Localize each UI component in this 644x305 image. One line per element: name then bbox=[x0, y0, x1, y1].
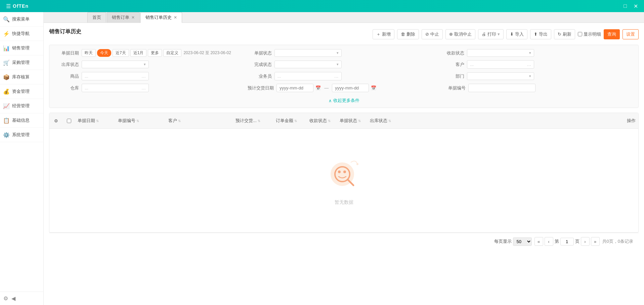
delivery-date-end[interactable] bbox=[332, 84, 369, 92]
refresh-button[interactable]: ↻ 刷新 bbox=[554, 29, 575, 39]
date-btn-last7[interactable]: 近7天 bbox=[113, 49, 129, 57]
tab-sales-order-close[interactable]: ✕ bbox=[131, 15, 135, 20]
date-btn-last1month[interactable]: 近1月 bbox=[130, 49, 147, 57]
th-date-sort[interactable]: ⇅ bbox=[96, 119, 99, 123]
salesperson-dots: … bbox=[334, 74, 339, 79]
delivery-date-start[interactable] bbox=[276, 84, 313, 92]
th-delivery: 预计交货... ⇅ bbox=[233, 116, 273, 126]
sys-mgmt-icon: ⚙️ bbox=[3, 132, 9, 138]
tab-sales-order-history[interactable]: 销售订单历史 ✕ bbox=[140, 12, 182, 23]
salesperson-select[interactable]: ... … bbox=[274, 72, 342, 80]
sidebar-item-basic-info[interactable]: 📋 基础信息 bbox=[0, 113, 43, 128]
th-payment-status-label: 收款状态 bbox=[309, 118, 327, 124]
export-button[interactable]: ⬆ 导出 bbox=[530, 29, 551, 39]
sidebar-item-purchase-mgmt[interactable]: 🛒 采购管理 bbox=[0, 55, 43, 70]
date-btn-today[interactable]: 今天 bbox=[97, 49, 111, 57]
page-next-button[interactable]: › bbox=[581, 237, 590, 246]
tab-home-label: 首页 bbox=[92, 14, 101, 21]
th-doc-status-label: 单据状态 bbox=[340, 118, 357, 124]
query-button[interactable]: 查询 bbox=[604, 29, 620, 39]
add-button[interactable]: ＋ 新增 bbox=[373, 29, 394, 39]
menu-icon[interactable]: ☰ bbox=[4, 3, 13, 9]
th-customer-sort[interactable]: ⇅ bbox=[178, 119, 181, 123]
th-action-label: 操作 bbox=[627, 118, 636, 124]
customer-select[interactable]: ... … bbox=[467, 60, 534, 69]
svg-point-3 bbox=[338, 170, 341, 173]
dept-select[interactable]: ▾ bbox=[467, 72, 534, 80]
collapse-button[interactable]: ∧ 收起更多条件 bbox=[329, 96, 359, 104]
th-doc-status-sort[interactable]: ⇅ bbox=[358, 119, 361, 123]
sidebar-collapse-icon[interactable]: ◀ bbox=[11, 295, 15, 302]
warehouse-select[interactable]: ... … bbox=[82, 84, 149, 92]
cal-icon-end[interactable]: 📅 bbox=[371, 85, 376, 90]
warehouse-control: ... … bbox=[82, 84, 246, 92]
stop-icon: ⊘ bbox=[425, 32, 429, 37]
sales-mgmt-icon: 📊 bbox=[3, 45, 9, 51]
tab-sales-order-history-close[interactable]: ✕ bbox=[174, 15, 177, 20]
sidebar-item-inventory[interactable]: 📦 库存核算 bbox=[0, 70, 43, 84]
cancel-stop-label: 取消中止 bbox=[454, 31, 472, 37]
import-button[interactable]: ⬇ 导入 bbox=[506, 29, 527, 39]
date-btn-more[interactable]: 更多 bbox=[148, 49, 162, 57]
delete-button[interactable]: 🗑 删除 bbox=[397, 29, 419, 39]
tab-home[interactable]: 首页 bbox=[87, 12, 106, 23]
doc-status-select[interactable]: ▾ bbox=[274, 49, 342, 57]
page-first-button[interactable]: « bbox=[534, 237, 543, 246]
page-last-button[interactable]: » bbox=[591, 237, 600, 246]
th-num-label: 单据编号 bbox=[118, 118, 135, 124]
th-num-sort[interactable]: ⇅ bbox=[136, 119, 139, 123]
pagination: 每页显示 50 10 20 100 « ‹ 第 bbox=[49, 233, 639, 250]
th-payment-status-sort[interactable]: ⇅ bbox=[328, 119, 331, 123]
close-button[interactable]: ✕ bbox=[632, 2, 640, 10]
collapse-up-icon: ∧ bbox=[329, 98, 332, 103]
complete-status-select[interactable]: ▾ bbox=[274, 61, 342, 68]
date-btn-custom[interactable]: 自定义 bbox=[163, 49, 181, 57]
sidebar-item-sales-mgmt[interactable]: 📊 销售管理 bbox=[0, 41, 43, 55]
sidebar-item-quick-nav[interactable]: ⚡ 快捷导航 bbox=[0, 27, 43, 41]
th-date: 单据日期 ⇅ bbox=[75, 116, 115, 126]
doc-no-label: 单据编号 bbox=[441, 85, 468, 91]
filter-section: 单据日期 昨天 今天 近7天 近1月 更多 自定义 2023-06-02 至 2… bbox=[49, 45, 639, 108]
sidebar-settings-icon[interactable]: ⚙ bbox=[3, 295, 8, 302]
restore-button[interactable]: □ bbox=[621, 2, 629, 10]
print-button[interactable]: 🖨 打印 ▾ bbox=[478, 29, 504, 39]
goods-select[interactable]: ... … bbox=[82, 72, 149, 80]
tab-sales-order-history-label: 销售订单历史 bbox=[145, 14, 172, 21]
display-cols-checkbox[interactable] bbox=[578, 32, 582, 36]
th-out-status-sort[interactable]: ⇅ bbox=[388, 119, 391, 123]
payment-status-select[interactable]: ▾ bbox=[467, 49, 534, 57]
sidebar-item-search-menu[interactable]: 🔍 搜索菜单 bbox=[0, 12, 43, 27]
settings-button[interactable]: 设置 bbox=[622, 29, 639, 39]
payment-status-control: ▾ bbox=[467, 49, 633, 57]
svg-point-4 bbox=[343, 170, 346, 173]
complete-status-control: ▾ bbox=[274, 61, 440, 68]
out-status-select[interactable]: ▾ bbox=[82, 61, 149, 68]
date-btn-yesterday[interactable]: 昨天 bbox=[82, 49, 96, 57]
sidebar: 🔍 搜索菜单 ⚡ 快捷导航 📊 销售管理 🛒 采购管理 📦 库存核算 💰 资金管… bbox=[0, 12, 44, 305]
th-delivery-sort[interactable]: ⇅ bbox=[258, 119, 260, 123]
print-label: 打印 bbox=[487, 31, 496, 37]
th-gear[interactable]: ⚙ bbox=[49, 116, 63, 125]
payment-status-arrow: ▾ bbox=[529, 51, 531, 55]
th-check[interactable] bbox=[63, 117, 75, 125]
page-prev-button[interactable]: ‹ bbox=[545, 237, 553, 246]
delivery-date-label: 预计交货日期 bbox=[246, 85, 276, 91]
cancel-stop-button[interactable]: ⊗ 取消中止 bbox=[445, 29, 475, 39]
doc-date-label: 单据日期 bbox=[55, 50, 82, 56]
tab-sales-order[interactable]: 销售订单 ✕ bbox=[107, 12, 140, 23]
sidebar-item-operations[interactable]: 📈 经营管理 bbox=[0, 99, 43, 113]
display-cols-toggle[interactable]: 显示明细 bbox=[578, 31, 601, 37]
stop-button[interactable]: ⊘ 中止 bbox=[422, 29, 443, 39]
th-amount: 订单金额 ⇅ bbox=[273, 116, 307, 126]
cal-icon-start[interactable]: 📅 bbox=[315, 85, 321, 90]
sidebar-label-sales-mgmt: 销售管理 bbox=[12, 45, 30, 51]
sidebar-item-finance[interactable]: 💰 资金管理 bbox=[0, 84, 43, 99]
select-all-checkbox[interactable] bbox=[67, 119, 71, 123]
doc-no-input[interactable] bbox=[468, 84, 535, 92]
th-amount-sort[interactable]: ⇅ bbox=[294, 119, 297, 123]
page-number-input[interactable] bbox=[560, 238, 574, 245]
sidebar-label-search-menu: 搜索菜单 bbox=[12, 16, 30, 22]
main-content: 销售订单历史 ＋ 新增 🗑 删除 ⊘ 中止 ⊗ bbox=[44, 23, 644, 305]
sidebar-item-sys-mgmt[interactable]: ⚙️ 系统管理 bbox=[0, 128, 43, 142]
per-page-select[interactable]: 50 10 20 100 bbox=[513, 237, 532, 246]
